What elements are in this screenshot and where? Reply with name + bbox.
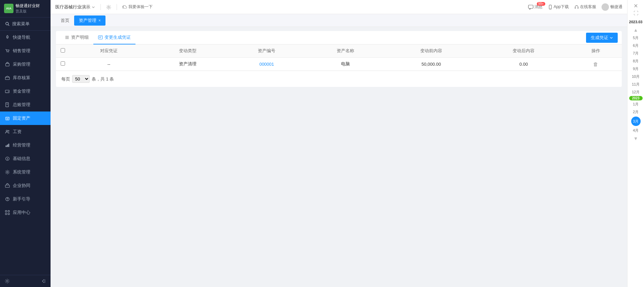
topbar-divider2: [117, 4, 117, 10]
tab-change-voucher[interactable]: 变更生成凭证: [93, 31, 135, 44]
data-table: 对应凭证 变动类型 资产编号 资产名称 变动前内容 变动后内容 操作: [56, 44, 622, 71]
sidebar-item-app-center[interactable]: 应用中心: [0, 206, 51, 219]
tab-close-icon[interactable]: ×: [98, 18, 101, 23]
box-icon: [5, 62, 10, 67]
cloud-icon: [122, 5, 127, 9]
mobile-icon: [548, 5, 553, 9]
month-7[interactable]: 7月: [629, 50, 643, 57]
sidebar-item-basic-info[interactable]: 基础信息: [0, 152, 51, 165]
tab-asset-detail[interactable]: 资产明细: [60, 31, 93, 44]
topbar-gear-btn[interactable]: [106, 4, 111, 9]
svg-rect-12: [6, 117, 9, 120]
user-menu[interactable]: 畅捷通: [602, 3, 622, 11]
topbar-right: 消息 99+ App下载 在线客服 畅捷通: [528, 3, 622, 11]
company-selector[interactable]: 医疗器械行业演示: [55, 4, 95, 10]
month-3-current[interactable]: 3月: [631, 117, 641, 126]
sidebar-item-purchase[interactable]: 采购管理: [0, 58, 51, 71]
svg-point-29: [6, 280, 8, 282]
sidebar-item-label: 企业协同: [13, 183, 30, 189]
col-header-after: 变动后内容: [478, 44, 570, 58]
svg-point-2: [7, 37, 8, 37]
sidebar-item-enterprise[interactable]: 企业协同: [0, 179, 51, 192]
svg-rect-27: [5, 213, 7, 214]
cell-voucher: --: [69, 58, 148, 71]
sidebar-item-sales[interactable]: 销售管理: [0, 44, 51, 58]
sidebar-item-payroll[interactable]: 工资: [0, 125, 51, 138]
month-6[interactable]: 6月: [629, 42, 643, 50]
cell-asset-name: 电脑: [306, 58, 385, 71]
month-10[interactable]: 10月: [629, 73, 643, 81]
month-11[interactable]: 11月: [629, 81, 643, 88]
search-icon: [5, 21, 10, 27]
sidebar-item-operations[interactable]: 经营管理: [0, 138, 51, 152]
delete-btn[interactable]: 🗑: [593, 61, 598, 67]
enterprise-icon: [5, 183, 10, 188]
sidebar-search-label: 搜索菜单: [12, 21, 30, 27]
sidebar-item-fixed-assets[interactable]: 固定资产: [0, 111, 51, 125]
month-8[interactable]: 8月: [629, 57, 643, 65]
select-all-checkbox[interactable]: [61, 48, 65, 53]
sidebar-item-label: 快捷导航: [13, 34, 30, 40]
svg-rect-32: [528, 5, 533, 8]
col-header-change-type: 变动类型: [148, 44, 227, 58]
chart-icon: [5, 142, 10, 148]
generate-voucher-btn[interactable]: 生成凭证: [586, 33, 618, 43]
app-download-label: App下载: [554, 4, 569, 10]
service-btn[interactable]: 在线客服: [574, 4, 596, 10]
month-9[interactable]: 9月: [629, 65, 643, 73]
sidebar-item-guide[interactable]: 新手引导: [0, 192, 51, 206]
month-12[interactable]: 12月: [629, 88, 643, 96]
book-icon: [5, 102, 10, 107]
sidebar-item-label: 库存核算: [13, 75, 30, 81]
sidebar-item-ledger[interactable]: 总账管理: [0, 98, 51, 111]
month-4[interactable]: 4月: [629, 127, 643, 134]
logo-icon: AtA: [4, 4, 13, 13]
svg-rect-39: [65, 38, 69, 39]
sidebar-item-label: 工资: [13, 129, 22, 135]
sidebar-item-label: 资金管理: [13, 88, 30, 94]
panel-nav-up[interactable]: ▲: [634, 27, 638, 33]
svg-rect-25: [5, 210, 7, 212]
per-page-select[interactable]: 50 10 20 100: [72, 75, 90, 83]
month-2[interactable]: 2月: [629, 108, 643, 116]
experience-btn[interactable]: 我要体验一下: [122, 4, 153, 10]
header-checkbox-cell[interactable]: [56, 44, 69, 58]
logo-sub: 普及版: [16, 9, 40, 14]
list-icon: [65, 35, 69, 40]
sidebar-collapse-btn[interactable]: [41, 279, 46, 284]
sidebar-settings-btn[interactable]: [5, 279, 10, 284]
tab-home[interactable]: 首页: [56, 15, 74, 26]
sidebar-item-inventory[interactable]: 库存核算: [0, 71, 51, 85]
main-content: 医疗器械行业演示 我要体验一下 消息 99+ App下载 在线客服: [51, 0, 627, 287]
message-btn[interactable]: 消息 99+: [528, 4, 543, 10]
svg-rect-5: [6, 63, 9, 66]
panel-close-btn[interactable]: ✕: [634, 3, 638, 9]
col-header-voucher: 对应凭证: [69, 44, 148, 58]
svg-rect-28: [8, 213, 9, 214]
sidebar-item-label: 经营管理: [13, 142, 30, 148]
panel-expand-btn[interactable]: ⛶: [634, 10, 638, 16]
svg-rect-16: [7, 145, 8, 147]
cell-after: 0.00: [478, 58, 570, 71]
col-header-asset-name: 资产名称: [306, 44, 385, 58]
per-page-label: 每页: [61, 76, 70, 82]
message-badge: 99+: [537, 2, 545, 6]
svg-rect-15: [6, 145, 7, 147]
sidebar-item-quick-nav[interactable]: 快捷导航: [0, 31, 51, 44]
row-checkbox[interactable]: [61, 61, 65, 66]
svg-rect-35: [575, 7, 576, 8]
col-header-asset-no: 资产编号: [227, 44, 306, 58]
sidebar-item-funds[interactable]: 资金管理: [0, 85, 51, 98]
svg-point-34: [550, 8, 550, 8]
tab-asset-mgmt[interactable]: 资产管理 ×: [74, 15, 105, 26]
app-download-btn[interactable]: App下载: [548, 4, 569, 10]
month-5[interactable]: 5月: [629, 34, 643, 42]
sidebar-item-label: 总账管理: [13, 102, 30, 108]
panel-nav-down[interactable]: ▼: [634, 136, 638, 141]
sidebar-item-system[interactable]: 系统管理: [0, 165, 51, 179]
sidebar-search[interactable]: 搜索菜单: [0, 18, 51, 31]
svg-point-14: [8, 130, 9, 131]
row-checkbox-cell[interactable]: [56, 58, 69, 71]
month-1[interactable]: 1月: [629, 100, 643, 108]
year-2023-marker: 2023: [629, 96, 643, 100]
